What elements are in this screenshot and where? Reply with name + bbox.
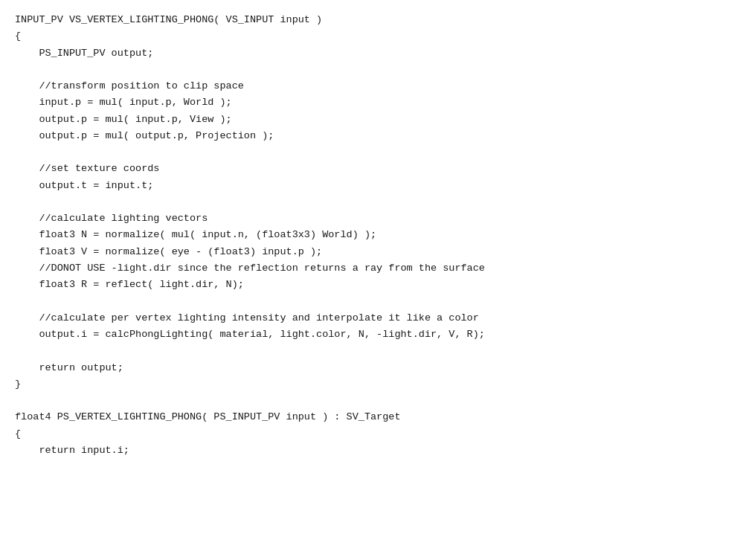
code-display: INPUT_PV VS_VERTEX_LIGHTING_PHONG( VS_IN…	[15, 12, 737, 459]
